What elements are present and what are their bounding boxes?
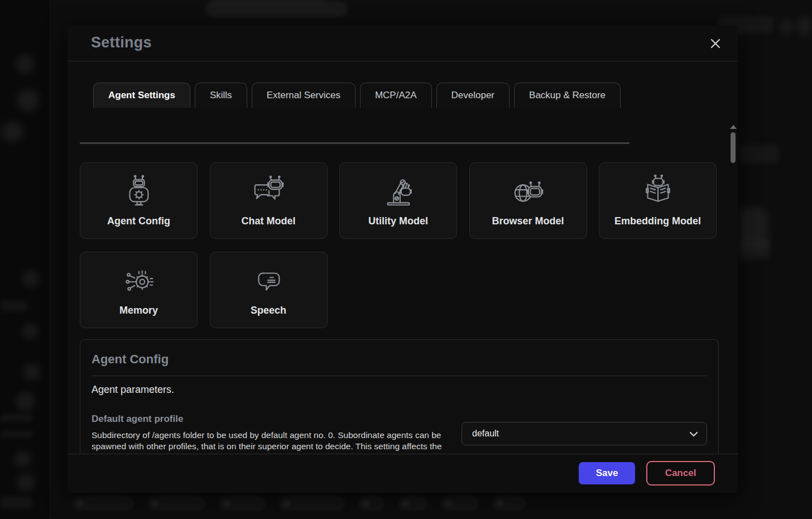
section-description: Agent parameters.	[92, 384, 707, 396]
card-label: Utility Model	[368, 215, 428, 227]
tab-mcp-a2a[interactable]: MCP/A2A	[360, 83, 432, 108]
section-divider	[92, 376, 707, 376]
background-avatar	[797, 17, 812, 36]
modal-footer: Save Cancel	[68, 454, 738, 493]
card-label: Memory	[119, 305, 158, 316]
robot-book-icon	[640, 174, 676, 210]
background-topright-icon	[780, 20, 794, 33]
card-utility-model[interactable]: Utility Model	[339, 162, 457, 239]
chevron-down-icon	[689, 430, 699, 439]
close-button[interactable]	[708, 36, 723, 51]
tab-label: Developer	[451, 90, 495, 101]
chat-robot-icon	[251, 174, 286, 210]
card-browser-model[interactable]: Browser Model	[469, 162, 587, 239]
settings-card-grid: Agent Config	[80, 162, 725, 328]
field-default-agent-profile: Default agent profile Subdirectory of /a…	[92, 414, 707, 454]
tab-label: Agent Settings	[108, 90, 175, 101]
robot-arm-icon	[381, 174, 416, 210]
card-speech[interactable]: Speech	[210, 252, 328, 328]
speech-bubble-icon	[251, 263, 286, 299]
tab-developer[interactable]: Developer	[436, 83, 510, 108]
tab-label: Backup & Restore	[529, 90, 606, 101]
modal-title: Settings	[91, 34, 152, 51]
gear-circuit-icon	[121, 263, 157, 299]
select-value: default	[472, 429, 499, 439]
tab-label: Skills	[210, 90, 232, 101]
close-icon	[709, 37, 722, 50]
modal-header: Settings	[68, 25, 738, 61]
robot-gear-icon	[121, 174, 157, 210]
background-right-chip-2	[738, 239, 770, 260]
scroll-up-arrow-icon[interactable]	[730, 125, 737, 129]
card-label: Embedding Model	[614, 215, 701, 227]
card-agent-config[interactable]: Agent Config	[80, 162, 198, 239]
tab-external-services[interactable]: External Services	[252, 83, 355, 108]
tab-skills[interactable]: Skills	[195, 83, 247, 108]
card-label: Agent Config	[107, 215, 170, 227]
card-memory[interactable]: Memory	[80, 252, 198, 328]
card-chat-model[interactable]: Chat Model	[210, 162, 328, 239]
tab-bar: Agent Settings Skills External Services …	[93, 83, 621, 108]
cancel-button[interactable]: Cancel	[646, 461, 715, 486]
field-label: Default agent profile	[92, 414, 460, 425]
background-sidebar	[0, 0, 50, 519]
modal-body: Agent Settings Skills External Services …	[68, 62, 738, 454]
background-toast-text	[205, 1, 348, 17]
save-button[interactable]: Save	[579, 462, 635, 484]
field-description: Subdirectory of /agents folder to be use…	[92, 430, 449, 454]
tab-backup-restore[interactable]: Backup & Restore	[514, 83, 621, 108]
tab-label: MCP/A2A	[375, 90, 417, 101]
modal-scrollbar	[729, 99, 737, 454]
tab-label: External Services	[267, 90, 340, 101]
scrollbar-thumb[interactable]	[731, 132, 736, 163]
settings-modal: Settings Agent Settings Skills External …	[68, 25, 738, 493]
default-agent-profile-select[interactable]: default	[462, 422, 707, 445]
section-title: Agent Config	[92, 352, 707, 367]
globe-robot-icon	[510, 174, 546, 210]
tab-agent-settings[interactable]: Agent Settings	[93, 83, 190, 108]
card-label: Browser Model	[492, 215, 564, 227]
card-embedding-model[interactable]: Embedding Model	[599, 162, 717, 239]
app-screen: Settings Agent Settings Skills External …	[0, 0, 812, 519]
background-right-chip	[739, 145, 779, 163]
background-button-row	[73, 496, 526, 511]
agent-config-section: Agent Config Agent parameters. Default a…	[80, 339, 719, 454]
tab-underline	[80, 142, 630, 144]
card-label: Speech	[251, 305, 286, 316]
card-label: Chat Model	[242, 215, 296, 227]
